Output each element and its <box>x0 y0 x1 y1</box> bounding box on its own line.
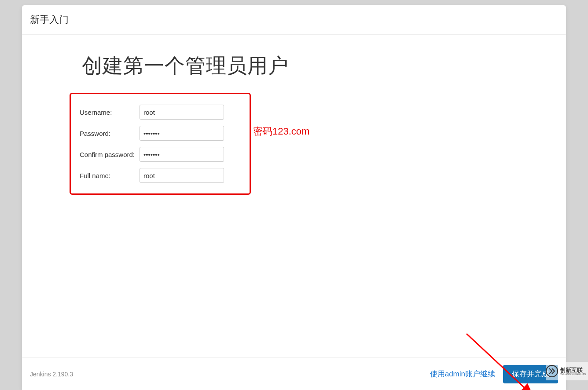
watermark-text: 创新互联 CHUANG XIN HU LIAN <box>560 367 586 375</box>
modal-header: 新手入门 <box>22 5 566 35</box>
confirm-password-label: Confirm password: <box>80 151 140 158</box>
password-row: Password: <box>80 126 241 141</box>
fullname-row: Full name: <box>80 168 241 183</box>
watermark-logo-icon <box>546 365 558 377</box>
password-hint-annotation: 密码123.com <box>253 125 309 138</box>
footer-actions: 使用admin账户继续 保存并完成 <box>430 365 558 383</box>
continue-as-admin-link[interactable]: 使用admin账户继续 <box>430 369 495 379</box>
modal-body: 创建第一个管理员用户 Username: Password: Confirm p… <box>22 35 566 357</box>
fullname-label: Full name: <box>80 172 140 179</box>
confirm-password-row: Confirm password: <box>80 147 241 162</box>
username-input[interactable] <box>140 105 224 120</box>
version-text: Jenkins 2.190.3 <box>30 371 73 378</box>
form-highlight-box: Username: Password: Confirm password: Fu… <box>70 93 251 195</box>
setup-wizard-modal: 新手入门 创建第一个管理员用户 Username: Password: Conf… <box>22 5 566 390</box>
modal-header-title: 新手入门 <box>30 13 558 26</box>
content-area: 创建第一个管理员用户 Username: Password: Confirm p… <box>22 35 566 195</box>
password-label: Password: <box>80 130 140 137</box>
username-row: Username: <box>80 105 241 120</box>
confirm-password-input[interactable] <box>140 147 224 162</box>
watermark-en: CHUANG XIN HU LIAN <box>560 373 586 375</box>
watermark-cn: 创新互联 <box>560 367 586 373</box>
username-label: Username: <box>80 109 140 116</box>
modal-footer: Jenkins 2.190.3 使用admin账户继续 保存并完成 <box>22 357 566 390</box>
watermark: 创新互联 CHUANG XIN HU LIAN <box>546 362 588 380</box>
password-input[interactable] <box>140 126 224 141</box>
fullname-input[interactable] <box>140 168 224 183</box>
page-title: 创建第一个管理员用户 <box>82 52 566 80</box>
